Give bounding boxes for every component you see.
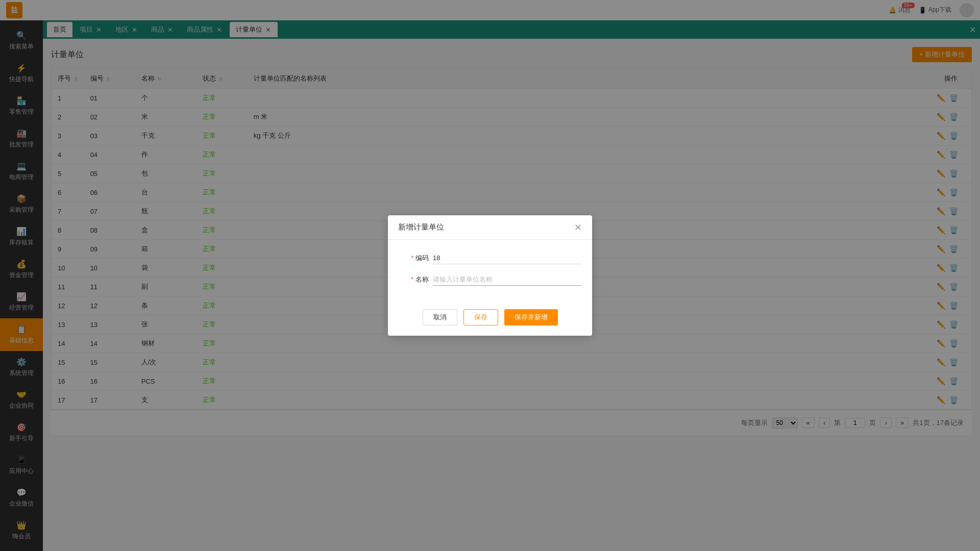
form-row-code: * 编码: [398, 252, 582, 264]
modal-overlay[interactable]: 新增计量单位 ✕ * 编码 * 名称 取消 保存 保存并新增: [0, 0, 980, 551]
modal-title: 新增计量单位: [398, 222, 444, 232]
save-button[interactable]: 保存: [463, 309, 498, 325]
modal-body: * 编码 * 名称: [388, 240, 592, 303]
name-label: * 名称: [398, 275, 429, 284]
code-label: * 编码: [398, 254, 429, 263]
required-star2: *: [411, 276, 413, 283]
code-input[interactable]: [433, 252, 582, 264]
form-row-name: * 名称: [398, 273, 582, 286]
save-new-button[interactable]: 保存并新增: [504, 309, 558, 325]
modal-header: 新增计量单位 ✕: [388, 215, 592, 240]
modal-dialog: 新增计量单位 ✕ * 编码 * 名称 取消 保存 保存并新增: [388, 215, 592, 336]
modal-close-btn[interactable]: ✕: [574, 223, 582, 232]
name-input[interactable]: [433, 273, 582, 286]
modal-footer: 取消 保存 保存并新增: [388, 303, 592, 336]
cancel-button[interactable]: 取消: [423, 309, 457, 325]
required-star: *: [411, 254, 413, 262]
